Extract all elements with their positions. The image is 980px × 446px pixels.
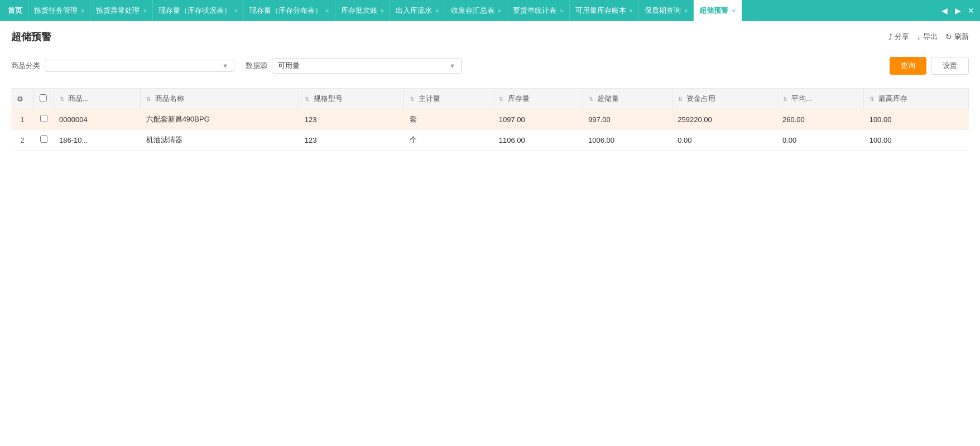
page-content: 超储预警 ⤴ 分享 ↓ 导出 ↻ 刷新 商品分类 ▼ 数据源 bbox=[0, 21, 980, 446]
cell-product-name: 机油滤清器 bbox=[141, 130, 299, 151]
nav-stock-status[interactable]: 现存量（库存状况表） × bbox=[153, 0, 244, 21]
nav-stock-dist[interactable]: 现存量（库存分布表） × bbox=[244, 0, 335, 21]
filter-actions: 查询 设置 bbox=[890, 57, 969, 75]
select-all-checkbox[interactable] bbox=[40, 94, 47, 101]
cell-max-stock: 100.00 bbox=[864, 130, 969, 151]
col-product-name-header: ⇅ 商品名称 bbox=[141, 89, 299, 109]
datasource-filter-group: 数据源 可用量 ▼ bbox=[246, 58, 462, 74]
datasource-select-value: 可用量 bbox=[278, 61, 300, 71]
close-available-icon[interactable]: × bbox=[630, 7, 633, 14]
sort-spec-icon[interactable]: ⇅ bbox=[305, 96, 309, 102]
sort-stock-icon[interactable]: ⇅ bbox=[499, 96, 503, 102]
row-checkbox-cell bbox=[33, 130, 54, 151]
settings-button[interactable]: 设置 bbox=[931, 57, 969, 75]
col-avg-header: ⇅ 平均... bbox=[777, 89, 864, 109]
sort-product-name-icon[interactable]: ⇅ bbox=[146, 96, 151, 102]
close-overstock-icon[interactable]: × bbox=[732, 7, 735, 14]
sort-product-code-icon[interactable]: ⇅ bbox=[60, 96, 64, 102]
export-icon: ↓ bbox=[917, 32, 921, 41]
cell-capital: 0.00 bbox=[672, 130, 777, 151]
cell-stock: 1106.00 bbox=[493, 130, 583, 151]
col-gear-header: ⚙ bbox=[11, 89, 33, 109]
cell-product-code: 0000004 bbox=[54, 109, 141, 130]
close-summary-icon[interactable]: × bbox=[498, 7, 501, 14]
cell-avg: 260.00 bbox=[777, 109, 864, 130]
share-icon: ⤴ bbox=[888, 32, 892, 41]
close-expiry-icon[interactable]: × bbox=[684, 7, 688, 14]
category-filter-group: 商品分类 ▼ bbox=[11, 60, 234, 72]
nav-available[interactable]: 可用量库存账本 × bbox=[570, 0, 639, 21]
col-capital-header: ⇅ 资金占用 bbox=[672, 89, 777, 109]
close-exception-icon[interactable]: × bbox=[143, 7, 146, 14]
export-action[interactable]: ↓ 导出 bbox=[917, 32, 938, 42]
col-checkbox-header bbox=[33, 89, 54, 109]
page-header: 超储预警 ⤴ 分享 ↓ 导出 ↻ 刷新 bbox=[11, 30, 969, 43]
row-index: 2 bbox=[11, 130, 33, 151]
cell-avg: 0.00 bbox=[777, 130, 864, 151]
nav-prev-arrow[interactable]: ◀ bbox=[938, 0, 951, 21]
sort-max-stock-icon[interactable]: ⇅ bbox=[869, 96, 874, 102]
cell-product-name: 六配套新昌490BPG bbox=[141, 109, 299, 130]
datasource-select[interactable]: 可用量 ▼ bbox=[272, 58, 462, 74]
refresh-icon: ↻ bbox=[945, 32, 952, 41]
cell-overstock: 997.00 bbox=[583, 109, 672, 130]
cell-unit: 套 bbox=[404, 109, 493, 130]
cell-max-stock: 100.00 bbox=[864, 109, 969, 130]
nav-next-arrow[interactable]: ▶ bbox=[951, 0, 964, 21]
category-label: 商品分类 bbox=[11, 61, 40, 71]
col-overstock-header: ⇅ 超储量 bbox=[583, 89, 672, 109]
page-title: 超储预警 bbox=[11, 30, 51, 43]
row-checkbox[interactable] bbox=[40, 115, 47, 122]
col-unit-header: ⇅ 主计量 bbox=[404, 89, 493, 109]
nav-order-stats[interactable]: 要货单统计表 × bbox=[507, 0, 569, 21]
datasource-label: 数据源 bbox=[246, 61, 267, 71]
table-body: 1 0000004 六配套新昌490BPG 123 套 1097.00 997.… bbox=[11, 109, 969, 151]
col-product-code-header: ⇅ 商品... bbox=[54, 89, 141, 109]
sort-capital-icon[interactable]: ⇅ bbox=[678, 96, 683, 102]
table-gear-icon[interactable]: ⚙ bbox=[17, 95, 23, 103]
sort-unit-icon[interactable]: ⇅ bbox=[410, 96, 414, 102]
close-stock-status-icon[interactable]: × bbox=[234, 7, 238, 14]
datasource-chevron-icon: ▼ bbox=[449, 62, 455, 69]
top-navigation: 首页 拣货任务管理 × 拣货异常处理 × 现存量（库存状况表） × 现存量（库存… bbox=[0, 0, 980, 21]
nav-expiry[interactable]: 保质期查询 × bbox=[639, 0, 694, 21]
table-row: 2 186-10... 机油滤清器 123 个 1106.00 1006.00 … bbox=[11, 130, 969, 151]
cell-spec: 123 bbox=[299, 130, 404, 151]
refresh-action[interactable]: ↻ 刷新 bbox=[945, 32, 969, 42]
cell-overstock: 1006.00 bbox=[583, 130, 672, 151]
close-batch-icon[interactable]: × bbox=[381, 7, 384, 14]
data-table: ⚙ ⇅ 商品... ⇅ 商品名称 ⇅ 规格型号 ⇅ bbox=[11, 88, 969, 151]
nav-home[interactable]: 首页 bbox=[2, 0, 28, 21]
close-task-icon[interactable]: × bbox=[81, 7, 84, 14]
col-max-stock-header: ⇅ 最高库存 bbox=[864, 89, 969, 109]
cell-capital: 259220.00 bbox=[672, 109, 777, 130]
category-select[interactable]: ▼ bbox=[45, 60, 234, 72]
nav-exception[interactable]: 拣货异常处理 × bbox=[90, 0, 152, 21]
nav-overstock[interactable]: 超储预警 × bbox=[694, 0, 741, 21]
nav-summary[interactable]: 收发存汇总表 × bbox=[445, 0, 507, 21]
close-order-stats-icon[interactable]: × bbox=[560, 7, 563, 14]
nav-task[interactable]: 拣货任务管理 × bbox=[28, 0, 90, 21]
nav-close-all-arrow[interactable]: ✕ bbox=[964, 0, 978, 21]
category-chevron-icon: ▼ bbox=[222, 62, 228, 69]
header-actions: ⤴ 分享 ↓ 导出 ↻ 刷新 bbox=[888, 32, 969, 42]
row-index: 1 bbox=[11, 109, 33, 130]
cell-spec: 123 bbox=[299, 109, 404, 130]
row-checkbox[interactable] bbox=[40, 135, 47, 143]
table-row: 1 0000004 六配套新昌490BPG 123 套 1097.00 997.… bbox=[11, 109, 969, 130]
share-action[interactable]: ⤴ 分享 bbox=[888, 32, 909, 42]
nav-flow[interactable]: 出入库流水 × bbox=[390, 0, 445, 21]
table-header-row: ⚙ ⇅ 商品... ⇅ 商品名称 ⇅ 规格型号 ⇅ bbox=[11, 89, 969, 109]
close-flow-icon[interactable]: × bbox=[435, 7, 439, 14]
sort-overstock-icon[interactable]: ⇅ bbox=[589, 96, 593, 102]
cell-stock: 1097.00 bbox=[493, 109, 583, 130]
cell-unit: 个 bbox=[404, 130, 493, 151]
col-spec-header: ⇅ 规格型号 bbox=[299, 89, 404, 109]
nav-batch[interactable]: 库存批次账 × bbox=[335, 0, 390, 21]
cell-product-code: 186-10... bbox=[54, 130, 141, 151]
row-checkbox-cell bbox=[33, 109, 54, 130]
sort-avg-icon[interactable]: ⇅ bbox=[783, 96, 787, 102]
filter-row: 商品分类 ▼ 数据源 可用量 ▼ 查询 设置 bbox=[11, 51, 969, 80]
query-button[interactable]: 查询 bbox=[890, 57, 926, 75]
close-stock-dist-icon[interactable]: × bbox=[325, 7, 329, 14]
